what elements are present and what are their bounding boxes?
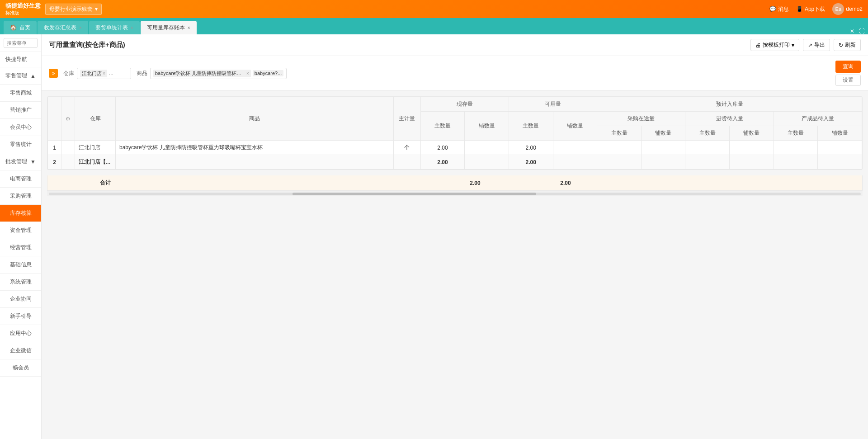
production-pending-header: 产成品待入量 — [774, 112, 862, 126]
close-window-icon[interactable]: ✕ — [850, 28, 854, 34]
filter-right-btns: 查询 设置 — [835, 61, 861, 86]
sidebar-item-basic-info[interactable]: 基础信息 — [0, 256, 41, 274]
row-2-unit — [393, 155, 420, 170]
settings-btn[interactable]: 设置 — [835, 75, 861, 86]
quick-nav-label: 快捷导航 — [5, 56, 27, 62]
row-2-production-main — [774, 155, 818, 170]
query-btn[interactable]: 查询 — [835, 61, 861, 73]
sidebar-search — [0, 34, 41, 52]
refresh-icon: ↻ — [839, 42, 843, 48]
user-profile-btn[interactable]: Ea demo2 — [832, 3, 863, 15]
content-area: 可用量查询(按仓库+商品) 🖨 按模板打印 ▾ ↗ 导出 ↻ 刷新 — [42, 34, 868, 439]
sidebar-item-marketing[interactable]: 营销推广 — [0, 102, 41, 119]
sidebar-item-wholesale[interactable]: 批发管理 ▼ — [0, 153, 41, 170]
username-label: demo2 — [846, 6, 863, 12]
top-bar-right: 💬 消息 📱 App下载 Ea demo2 — [769, 3, 863, 15]
tab-receive-send-close[interactable]: × — [79, 25, 82, 30]
gear-icon[interactable]: ⚙ — [66, 116, 71, 122]
production-aux-header: 辅数量 — [818, 126, 862, 141]
horizontal-scrollbar[interactable] — [47, 191, 863, 196]
row-2-available-main: 2.00 — [509, 155, 553, 170]
sidebar-item-inventory[interactable]: 库存核算 — [0, 205, 41, 222]
col-row-num — [48, 97, 61, 141]
filter-expand-btn[interactable]: » — [49, 69, 58, 78]
chevron-down-icon: ▾ — [95, 6, 98, 12]
table-row: 1 江北门店 babycare学饮杯 儿童防摔防撞吸管杯重力球吸嘴杯宝宝水杯 个… — [48, 141, 862, 155]
arrow-icon: ▲ — [30, 73, 36, 79]
sidebar-item-member[interactable]: 畅会员 — [0, 359, 41, 377]
col-product-header: 商品 — [116, 97, 394, 141]
sidebar-item-enterprise-wechat[interactable]: 企业微信 — [0, 342, 41, 359]
tab-order-stats[interactable]: 要货单统计表 × — [89, 21, 140, 34]
table-container: ⚙ 仓库 商品 主计量 现存量 可用量 预计入库量 主数量 辅数量 主数量 辅数… — [47, 96, 863, 170]
row-1-inbound-aux — [730, 141, 774, 155]
row-1-num: 1 — [48, 141, 61, 155]
sidebar-item-purchase[interactable]: 采购管理 — [0, 188, 41, 205]
sidebar-item-system[interactable]: 系统管理 — [0, 274, 41, 291]
filter-bar: » 仓库 江北门店 × ... 商品 babycare学饮杯 儿童防摔防撞吸管杯… — [42, 56, 868, 91]
sidebar-item-new-guide[interactable]: 新手引导 — [0, 308, 41, 325]
tab-receive-send[interactable]: 收发存汇总表 × — [38, 21, 88, 34]
refresh-btn[interactable]: ↻ 刷新 — [834, 39, 861, 51]
tab-available-stock[interactable]: 可用量库存账本 × — [141, 21, 197, 34]
app-icon: 📱 — [796, 6, 803, 12]
row-1-stock-main: 2.00 — [420, 141, 465, 155]
filter-dots[interactable]: ... — [109, 70, 113, 76]
maximize-icon[interactable]: ⛶ — [859, 28, 864, 34]
row-2-warehouse: 江北门店【... — [75, 155, 116, 170]
scrollbar-thumb — [292, 193, 536, 195]
table-row: 2 江北门店【... 2.00 2.00 — [48, 155, 862, 170]
home-icon: 🏠 — [10, 24, 17, 31]
product-filter-area[interactable]: babycare学饮杯 儿童防摔防撞吸管杯重力球吸嘴杯宝宝水杯 × babyca… — [150, 68, 287, 79]
tab-order-stats-close[interactable]: × — [131, 25, 133, 30]
avatar: Ea — [832, 3, 844, 15]
purchase-main-header: 主数量 — [597, 126, 642, 141]
sidebar-item-ecommerce[interactable]: 电商管理 — [0, 170, 41, 188]
sidebar-item-retail-mall[interactable]: 零售商城 — [0, 85, 41, 102]
row-1-available-aux — [553, 141, 597, 155]
row-1-production-main — [774, 141, 818, 155]
row-2-product — [116, 155, 394, 170]
scrollbar-track — [49, 193, 861, 195]
row-1-purchase-main — [597, 141, 642, 155]
logo-sub: 标准版 — [5, 10, 41, 16]
message-icon: 💬 — [769, 6, 776, 12]
search-input[interactable] — [4, 38, 38, 48]
app-download-btn[interactable]: 📱 App下载 — [796, 5, 825, 13]
row-1-inbound-main — [685, 141, 730, 155]
sidebar-item-operations[interactable]: 经营管理 — [0, 239, 41, 256]
row-2-available-aux — [553, 155, 597, 170]
industry-selector[interactable]: 母婴行业演示账套 ▾ — [45, 4, 102, 15]
row-1-stock-aux — [465, 141, 509, 155]
tab-receive-send-label: 收发存汇总表 — [44, 24, 76, 32]
sidebar-item-member-center[interactable]: 会员中心 — [0, 119, 41, 136]
footer-stock-total: 2.00 — [457, 180, 493, 186]
footer-label: 合计 — [100, 179, 141, 187]
tab-home[interactable]: 🏠 首页 — [4, 21, 37, 34]
template-print-btn[interactable]: 🖨 按模板打印 ▾ — [750, 39, 799, 51]
production-main-header: 主数量 — [774, 126, 818, 141]
sidebar-item-quick-nav[interactable]: 快捷导航 — [0, 52, 41, 67]
sidebar-item-finance[interactable]: 资金管理 — [0, 222, 41, 239]
message-btn[interactable]: 💬 消息 — [769, 5, 789, 13]
warehouse-filter-tags[interactable]: 江北门店 × ... — [77, 68, 131, 79]
col-estimated-header: 预计入库量 — [597, 97, 862, 112]
tab-available-stock-close[interactable]: × — [188, 25, 190, 30]
warehouse-tag-1: 江北门店 × — [80, 70, 107, 77]
inbound-pending-header: 进货待入量 — [685, 112, 774, 126]
sidebar-item-retail-stats[interactable]: 零售统计 — [0, 136, 41, 153]
export-btn[interactable]: ↗ 导出 — [803, 39, 830, 51]
product-tag-1-remove[interactable]: × — [246, 71, 249, 76]
stock-aux-header: 辅数量 — [465, 112, 509, 141]
sidebar-item-app-center[interactable]: 应用中心 — [0, 325, 41, 342]
sidebar-item-enterprise[interactable]: 企业协同 — [0, 291, 41, 308]
sidebar-item-zero-retail[interactable]: 零售管理 ▲ — [0, 67, 41, 85]
row-2-num: 2 — [48, 155, 61, 170]
warehouse-tag-remove[interactable]: × — [103, 71, 105, 76]
message-label: 消息 — [778, 5, 789, 13]
main-layout: 快捷导航 零售管理 ▲ 零售商城 营销推广 会员中心 零售统计 批发管理 ▼ 电… — [0, 34, 868, 439]
available-main-header: 主数量 — [509, 112, 553, 141]
row-2-purchase-main — [597, 155, 642, 170]
warehouse-filter-group: 仓库 江北门店 × ... — [63, 68, 131, 79]
tab-available-stock-label: 可用量库存账本 — [147, 24, 185, 32]
